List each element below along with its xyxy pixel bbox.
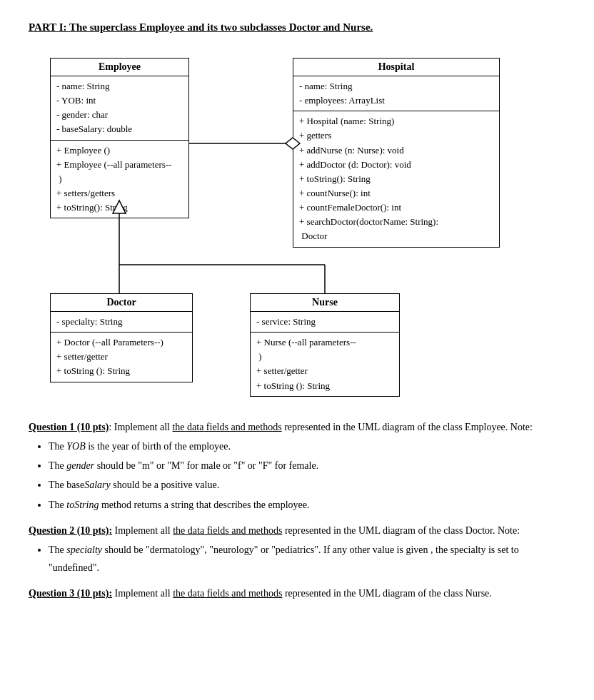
q1-intro: Question 1 (10 pts): Implement all the d… bbox=[29, 422, 565, 433]
uml-diagram: Employee - name: String - YOB: int - gen… bbox=[29, 51, 557, 415]
uml-connectors bbox=[29, 51, 557, 415]
q1-bullet-1: The YOB is the year of birth of the empl… bbox=[49, 437, 565, 455]
q2-bullets: The specialty should be "dermatology", "… bbox=[49, 541, 565, 577]
q1-bullet-4: The toString method returns a string tha… bbox=[49, 496, 565, 514]
question-2: Question 2 (10 pts): Implement all the d… bbox=[29, 525, 565, 577]
q3-label: Question 3 (10 pts): bbox=[29, 588, 112, 599]
svg-marker-6 bbox=[286, 138, 300, 149]
q1-label: Question 1 (10 pts) bbox=[29, 422, 109, 432]
q2-intro: Question 2 (10 pts): Implement all the d… bbox=[29, 525, 565, 537]
question-3: Question 3 (10 pts): Implement all the d… bbox=[29, 588, 565, 599]
svg-marker-4 bbox=[113, 201, 126, 213]
questions-section: Question 1 (10 pts): Implement all the d… bbox=[29, 422, 565, 599]
question-1: Question 1 (10 pts): Implement all the d… bbox=[29, 422, 565, 514]
q2-bullet-1: The specialty should be "dermatology", "… bbox=[49, 541, 565, 577]
q3-intro: Question 3 (10 pts): Implement all the d… bbox=[29, 588, 565, 599]
q1-bullet-2: The gender should be "m" or "M" for male… bbox=[49, 457, 565, 475]
page-title: PART I: The superclass Employee and its … bbox=[29, 21, 565, 34]
q2-label: Question 2 (10 pts): bbox=[29, 525, 112, 536]
q1-bullet-3: The baseSalary should be a positive valu… bbox=[49, 476, 565, 494]
q1-bullets: The YOB is the year of birth of the empl… bbox=[49, 437, 565, 514]
